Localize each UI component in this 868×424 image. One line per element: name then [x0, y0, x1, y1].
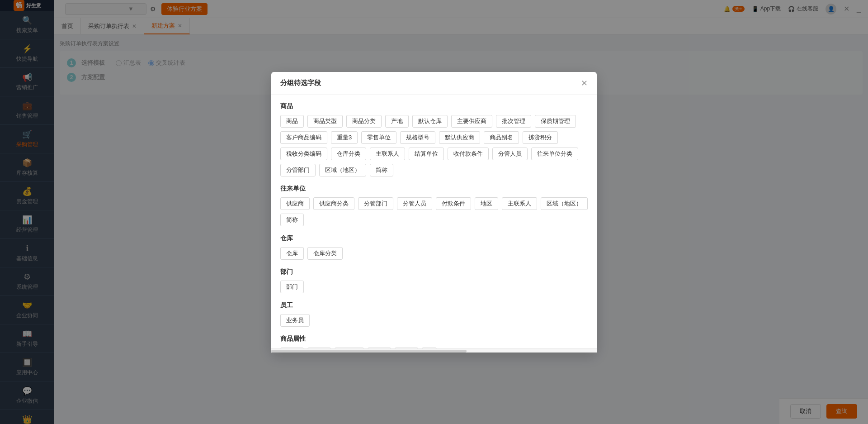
field-tag-0-12[interactable]: 默认供应商 — [439, 131, 480, 144]
field-section-0: 商品商品商品类型商品分类产地默认仓库主要供应商批次管理保质期管理客户商品编码重量… — [280, 102, 588, 176]
field-tags-0: 商品商品类型商品分类产地默认仓库主要供应商批次管理保质期管理客户商品编码重量3零… — [280, 115, 588, 176]
field-tag-1-3[interactable]: 分管人员 — [397, 197, 432, 210]
field-tag-0-19[interactable]: 收付款条件 — [448, 148, 489, 160]
field-tag-1-7[interactable]: 区域（地区） — [541, 197, 588, 210]
field-tag-1-2[interactable]: 分管部门 — [358, 197, 393, 210]
field-tag-0-8[interactable]: 客户商品编码 — [280, 131, 327, 144]
field-tag-0-11[interactable]: 规格型号 — [400, 131, 435, 144]
field-tag-1-8[interactable]: 简称 — [280, 214, 304, 226]
field-section-title-2: 仓库 — [280, 234, 588, 243]
field-tag-4-0[interactable]: 业务员 — [280, 314, 310, 327]
field-tag-0-14[interactable]: 拣货积分 — [523, 131, 558, 144]
field-tag-0-9[interactable]: 重量3 — [331, 131, 358, 144]
field-section-3: 部门部门 — [280, 268, 588, 293]
field-tag-1-1[interactable]: 供应商分类 — [313, 197, 354, 210]
modal-close-btn[interactable]: ✕ — [581, 78, 588, 88]
field-tag-0-16[interactable]: 仓库分类 — [331, 148, 366, 160]
field-tag-0-24[interactable]: 简称 — [370, 164, 393, 176]
field-tag-1-5[interactable]: 地区 — [475, 197, 498, 210]
field-tag-0-0[interactable]: 商品 — [280, 115, 304, 128]
modal-body: 商品商品商品类型商品分类产地默认仓库主要供应商批次管理保质期管理客户商品编码重量… — [271, 95, 597, 348]
field-tag-1-0[interactable]: 供应商 — [280, 197, 310, 210]
field-tag-0-6[interactable]: 批次管理 — [496, 115, 531, 128]
field-section-title-3: 部门 — [280, 268, 588, 276]
field-tag-2-1[interactable]: 仓库分类 — [307, 247, 343, 260]
field-tag-0-7[interactable]: 保质期管理 — [535, 115, 576, 128]
field-section-1: 往来单位供应商供应商分类分管部门分管人员付款条件地区主联系人区域（地区）简称 — [280, 185, 588, 226]
field-tag-0-17[interactable]: 主联系人 — [370, 148, 405, 160]
modal-overlay: 分组待选字段 ✕ 商品商品商品类型商品分类产地默认仓库主要供应商批次管理保质期管… — [0, 0, 868, 424]
field-tag-0-18[interactable]: 结算单位 — [409, 148, 444, 160]
field-tags-1: 供应商供应商分类分管部门分管人员付款条件地区主联系人区域（地区）简称 — [280, 197, 588, 226]
field-tag-0-2[interactable]: 商品分类 — [346, 115, 382, 128]
field-tag-3-0[interactable]: 部门 — [280, 281, 304, 293]
field-tag-0-10[interactable]: 零售单位 — [361, 131, 396, 144]
field-tag-0-23[interactable]: 区域（地区） — [319, 164, 366, 176]
field-tag-1-4[interactable]: 付款条件 — [436, 197, 471, 210]
field-tag-0-5[interactable]: 主要供应商 — [451, 115, 492, 128]
field-tag-1-6[interactable]: 主联系人 — [502, 197, 537, 210]
field-tag-0-22[interactable]: 分管部门 — [280, 164, 316, 176]
field-section-title-0: 商品 — [280, 102, 588, 110]
field-tag-0-3[interactable]: 产地 — [385, 115, 409, 128]
modal-header: 分组待选字段 ✕ — [271, 72, 597, 95]
field-tag-0-4[interactable]: 默认仓库 — [412, 115, 448, 128]
field-tag-0-1[interactable]: 商品类型 — [307, 115, 343, 128]
field-tag-0-20[interactable]: 分管人员 — [492, 148, 528, 160]
field-tag-0-15[interactable]: 税收分类编码 — [280, 148, 327, 160]
field-section-title-5: 商品属性 — [280, 335, 588, 343]
modal-title: 分组待选字段 — [280, 79, 321, 87]
field-section-title-1: 往来单位 — [280, 185, 588, 193]
field-tags-4: 业务员 — [280, 314, 588, 327]
field-section-5: 商品属性属性颜色多规格尺码鞋码1 — [280, 335, 588, 348]
modal-hscroll-bar — [271, 350, 467, 353]
field-tags-3: 部门 — [280, 281, 588, 293]
field-section-2: 仓库仓库仓库分类 — [280, 234, 588, 260]
field-section-4: 员工业务员 — [280, 301, 588, 327]
field-tag-2-0[interactable]: 仓库 — [280, 247, 304, 260]
field-section-title-4: 员工 — [280, 301, 588, 310]
modal-hscroll[interactable] — [271, 348, 597, 353]
field-tag-0-21[interactable]: 往来单位分类 — [531, 148, 578, 160]
field-tag-0-13[interactable]: 商品别名 — [484, 131, 519, 144]
field-selection-modal: 分组待选字段 ✕ 商品商品商品类型商品分类产地默认仓库主要供应商批次管理保质期管… — [271, 72, 597, 353]
field-tags-2: 仓库仓库分类 — [280, 247, 588, 260]
